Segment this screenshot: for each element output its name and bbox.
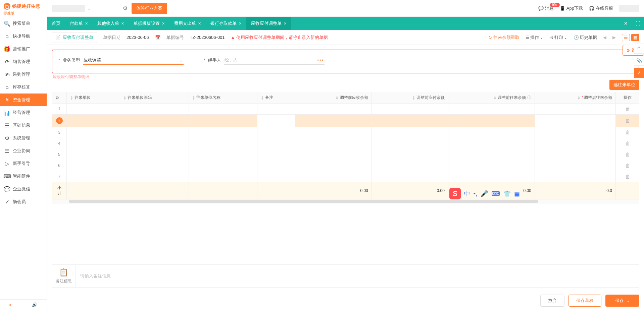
ime-keyboard-icon[interactable]: ⌨ (491, 190, 500, 197)
delete-row-icon[interactable]: 🗑 (625, 141, 630, 146)
sidebar-item-7[interactable]: 📊经营管理 (0, 106, 47, 119)
tab-4[interactable]: 费用支出单✕ (169, 17, 206, 30)
print-menu[interactable]: 🖨打印⌄ (549, 35, 567, 41)
sidebar-item-13[interactable]: 💬企业微信 (0, 183, 47, 195)
horizontal-scrollbar[interactable] (52, 199, 639, 203)
sidebar-item-0[interactable]: 🔍搜索菜单 (0, 17, 47, 30)
sidebar-item-4[interactable]: 🛍采购管理 (0, 68, 47, 81)
col-post-balance[interactable]: 调整后往来余额 (584, 95, 612, 100)
help-icon[interactable]: ⓘ (527, 95, 531, 100)
col-contact-name[interactable]: 往来单位名称 (196, 95, 220, 100)
col-pre-ar[interactable]: 调整前应收余额 (340, 95, 368, 100)
ime-toolbar[interactable]: S 中 •, 🎤 ⌨ 👕 ▦ (449, 188, 520, 199)
tab-close-icon[interactable]: ✕ (85, 21, 88, 26)
tab-5[interactable]: 银行存取款单✕ (206, 17, 246, 30)
view-card-icon[interactable]: ▦ (631, 34, 639, 41)
tab-1[interactable]: 付款单✕ (65, 17, 93, 30)
tab-6[interactable]: 应收应付调整单✕ (246, 17, 291, 30)
sidebar-item-11[interactable]: ▷新手引导 (0, 157, 47, 170)
col-pre-balance[interactable]: 调整前往来余额 (498, 95, 526, 100)
col-contact-code[interactable]: 往来单位编码 (128, 95, 152, 100)
sound-icon[interactable]: 🔊 (32, 302, 37, 307)
sidebar-item-10[interactable]: ☰企业协同 (0, 144, 47, 157)
tab-3[interactable]: 单据模板设置✕ (129, 17, 169, 30)
delete-row-icon[interactable]: 🗑 (625, 118, 630, 123)
sidebar-item-8[interactable]: ☰基础信息 (0, 119, 47, 132)
col-remark[interactable]: 备注 (265, 95, 273, 100)
calendar-icon[interactable]: 📅 (155, 35, 160, 40)
sidebar-item-2[interactable]: 🎁营销推广 (0, 43, 47, 55)
sidebar-icon: 🛍 (4, 71, 10, 77)
table-row[interactable]: 1🗑 (52, 104, 639, 115)
user-menu[interactable] (619, 5, 639, 12)
ime-grid-icon[interactable]: ▦ (514, 190, 520, 197)
chat-icon: 💬 (538, 6, 544, 11)
experience-plan-button[interactable]: 体验行业方案 (132, 3, 167, 14)
sidebar-item-6[interactable]: ￥资金管理 (0, 94, 47, 106)
tab-close-icon[interactable]: ✕ (162, 21, 165, 26)
prev-icon[interactable]: ◀ (603, 35, 606, 40)
sidebar-item-5[interactable]: ⌂库存核算 (0, 81, 47, 94)
gear-icon[interactable]: ⚙ (123, 5, 128, 11)
view-list-icon[interactable]: ☰ (622, 34, 630, 41)
col-contact[interactable]: 往来单位 (75, 95, 91, 100)
tab-close-icon[interactable]: ✕ (121, 21, 124, 26)
doc-date-value[interactable]: 2023-06-06 (127, 35, 149, 40)
next-icon[interactable]: ▶ (612, 35, 616, 40)
regrab-balance-button[interactable]: ↻往来余额重取 (488, 35, 519, 41)
sidebar-icon: ✓ (4, 199, 10, 205)
sidebar-item-1[interactable]: ⌂快捷导航 (0, 30, 47, 43)
more-icon[interactable]: ••• (317, 58, 324, 63)
save-button[interactable]: 保存⌄ (605, 295, 639, 307)
ime-lang[interactable]: 中 (464, 190, 470, 198)
col-pre-ap[interactable]: 调整前应付余额 (416, 95, 445, 100)
tab-close-icon[interactable]: ✕ (239, 21, 242, 26)
table-row[interactable]: 4🗑 (52, 138, 639, 149)
table-row[interactable]: 6🗑 (52, 160, 639, 171)
sidebar-item-9[interactable]: ⚙系统管理 (0, 132, 47, 144)
table-row[interactable]: 5🗑 (52, 149, 639, 160)
rail-note-icon[interactable]: 🗒 (634, 44, 644, 54)
collapse-icon[interactable]: ⇤ (9, 302, 13, 307)
discard-button[interactable]: 放弃 (540, 295, 564, 307)
sidebar-icon: ⌂ (4, 33, 10, 39)
table-row[interactable]: +🗑 (52, 115, 639, 127)
online-support-button[interactable]: 🎧 在线客服 (589, 5, 613, 11)
history-button[interactable]: 🕓历史单据 (574, 35, 597, 41)
tabs-expand-button[interactable]: ⛶ (632, 21, 644, 26)
add-row-button[interactable]: + (56, 117, 63, 124)
operations-menu[interactable]: ☰操作⌄ (526, 35, 543, 41)
tabs-close-button[interactable]: ✕ (620, 21, 632, 26)
messages-button[interactable]: 💬 消息 99+ (538, 5, 554, 11)
table-row[interactable]: 7🗑 (52, 171, 639, 182)
delete-row-icon[interactable]: 🗑 (625, 163, 630, 168)
sidebar-item-14[interactable]: ✓畅会员 (0, 195, 47, 208)
remarks-input[interactable] (76, 265, 639, 287)
select-contact-button[interactable]: 选往来单位 (609, 80, 639, 90)
org-selector[interactable]: ⌄ (52, 5, 119, 12)
handler-select[interactable]: 经手人 ••• (224, 56, 325, 65)
rail-attachment-icon[interactable]: 📎 (634, 56, 644, 66)
sidebar-item-3[interactable]: ⟳销售管理 (0, 55, 47, 68)
delete-row-icon[interactable]: 🗑 (625, 130, 630, 135)
ime-skin-icon[interactable]: 👕 (503, 190, 511, 197)
table-settings-icon[interactable]: ⚙ (55, 96, 59, 100)
doc-date-label: 单据日期 (103, 35, 120, 41)
gear-icon: ⚙ (626, 48, 630, 53)
table-row[interactable]: 3🗑 (52, 127, 639, 138)
delete-row-icon[interactable]: 🗑 (625, 174, 630, 179)
sidebar-item-12[interactable]: ⌨智能硬件 (0, 170, 47, 183)
tab-0[interactable]: 首页 (47, 17, 65, 30)
ime-punct-icon[interactable]: •, (474, 190, 477, 197)
delete-row-icon[interactable]: 🗑 (625, 152, 630, 157)
delete-row-icon[interactable]: 🗑 (625, 106, 630, 112)
tab-2[interactable]: 其他收入单✕ (93, 17, 129, 30)
rail-expand-icon[interactable]: ⤢ (634, 68, 644, 78)
app-download-button[interactable]: 📱 App下载 (560, 5, 583, 11)
ime-mic-icon[interactable]: 🎤 (481, 190, 488, 197)
biz-type-select[interactable]: 应收调整 ⌄ (83, 56, 184, 65)
tab-close-icon[interactable]: ✕ (198, 21, 201, 26)
brand: 畅捷通好生意 标准版 (0, 0, 47, 17)
save-draft-button[interactable]: 保存草稿 (568, 295, 601, 307)
tab-close-icon[interactable]: ✕ (284, 21, 287, 26)
